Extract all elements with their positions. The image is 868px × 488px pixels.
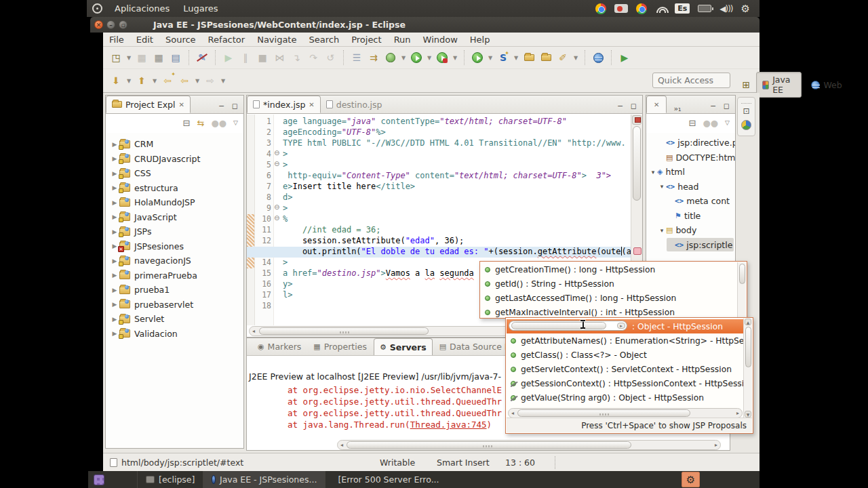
outline-item-html[interactable]: ▾◈html — [649, 165, 735, 179]
assist-item[interactable]: getAttributeNames() : Enumeration<String… — [507, 333, 743, 348]
expand-arrow-icon[interactable]: ▾ — [649, 169, 657, 176]
assist-item[interactable]: getId() : String - HttpSession — [481, 277, 737, 291]
fold-collapse-icon[interactable]: ⊖ — [274, 149, 282, 157]
stack-trace-line[interactable]: at org.eclipse.jetty.util.thread.QueuedT… — [288, 408, 502, 418]
outline-item-body[interactable]: ▾▤body — [658, 223, 735, 237]
back-dropdown-icon[interactable]: ▼ — [194, 78, 201, 84]
focus-icon[interactable]: ●● — [211, 118, 226, 128]
previous-annotation-icon[interactable]: ⬆ — [134, 73, 149, 88]
assist-item[interactable]: getLastAccessedTime() : long - HttpSessi… — [481, 291, 737, 305]
assist-hscroll-thumb[interactable] — [517, 409, 690, 417]
assist-back-scroll-thumb[interactable] — [739, 264, 745, 284]
expand-arrow-icon[interactable]: ▶ — [110, 301, 119, 308]
expand-arrow-icon[interactable]: ▾ — [658, 227, 666, 234]
window-maximize-button[interactable]: ▫ — [119, 20, 127, 29]
stack-trace-link[interactable]: Thread.java:745 — [410, 420, 487, 430]
expand-arrow-icon[interactable]: ▶ — [110, 287, 119, 293]
palette-view-icon[interactable] — [741, 120, 751, 130]
distributor-logo-icon[interactable] — [92, 3, 102, 14]
tree-item-pruebaservlet[interactable]: ▶pruebaservlet — [106, 298, 243, 312]
tree-item-jsps[interactable]: ▶JSPs — [106, 224, 243, 239]
code-line[interactable]: d> — [283, 192, 630, 203]
forward-dropdown-icon[interactable]: ▼ — [220, 78, 226, 84]
fold-collapse-icon[interactable]: ⊖ — [274, 160, 282, 167]
close-icon[interactable]: ✕ — [309, 101, 314, 108]
close-icon[interactable]: ✕ — [654, 101, 659, 108]
tree-item-crm[interactable]: ▶CRM — [106, 137, 243, 151]
code-line[interactable]: e>Insert title here</title> — [283, 182, 630, 192]
code-line[interactable]: out.println("El doble de tu edad es: "+(… — [283, 247, 630, 258]
save-icon[interactable]: ▦ — [134, 50, 149, 65]
expand-arrow-icon[interactable]: ▶ — [110, 184, 119, 191]
menu-help[interactable]: Help — [464, 35, 496, 45]
menu-navigate[interactable]: Navigate — [251, 35, 302, 45]
run-dropdown-icon[interactable]: ▼ — [426, 55, 433, 61]
overview-error-marker[interactable] — [635, 117, 641, 123]
fold-collapse-icon[interactable]: ⊖ — [274, 214, 282, 222]
outline-item-title[interactable]: ⚑title — [667, 209, 735, 223]
view-chevron-icon[interactable]: »₁ — [673, 104, 681, 113]
minimize-view-icon[interactable]: ─ — [711, 102, 715, 110]
code-line[interactable]: age language="java" contentType="text/ht… — [283, 117, 630, 127]
forward-icon[interactable]: ⇨ — [203, 73, 218, 88]
code-line[interactable]: > — [283, 149, 630, 160]
stop-icon[interactable]: ■ — [255, 50, 270, 65]
expand-arrow-icon[interactable]: ▶ — [110, 316, 119, 323]
step-return-icon[interactable]: ↺ — [323, 50, 338, 65]
assist-item[interactable]: getValue(String arg0) : Object - HttpSes… — [507, 390, 743, 405]
run-on-server-icon[interactable]: ▶ — [617, 50, 632, 65]
expand-arrow-icon[interactable]: ▶ — [110, 141, 119, 148]
code-line[interactable]: session.setAttribute("edad", 36); — [283, 236, 630, 247]
external-tools-icon[interactable] — [470, 50, 485, 65]
code-line[interactable]: http-equiv="Content-Type" content="text/… — [283, 171, 630, 182]
back-popup-scrollbar[interactable]: ▸ — [509, 321, 627, 331]
taskbar-eclipse-launcher-icon[interactable]: ⚙ — [682, 472, 700, 487]
outline-item-jspdirectivep[interactable]: <>jsp:directive.p — [658, 136, 735, 150]
tree-item-primeraprueba[interactable]: ▶primeraPrueba — [106, 268, 243, 283]
scroll-up-icon[interactable]: ▲ — [745, 319, 751, 325]
perspective-web[interactable]: Web — [806, 78, 847, 92]
link-with-editor-icon[interactable]: ⇆ — [197, 118, 204, 128]
new-servlet-icon[interactable]: S — [496, 50, 511, 65]
scroll-thumb[interactable] — [511, 322, 606, 329]
expand-arrow-icon[interactable]: ▾ — [658, 183, 666, 190]
menu-project[interactable]: Project — [345, 35, 387, 45]
menu-refactor[interactable]: Refactor — [202, 35, 252, 45]
use-step-filters-icon[interactable]: ⇉ — [366, 50, 381, 65]
collapse-all-icon[interactable]: ⊟ — [183, 118, 191, 128]
view-menu-icon[interactable]: ▽ — [233, 119, 238, 126]
console-hscroll-thumb[interactable] — [347, 441, 631, 449]
keyboard-layout-indicator[interactable]: Es — [675, 3, 690, 14]
perspective-java-ee[interactable]: Java EE — [756, 72, 802, 98]
tree-item-css[interactable]: ▶CSS — [106, 166, 243, 180]
editor-tab-index.jsp[interactable]: *index.jsp✕ — [247, 96, 321, 113]
last-edit-location-icon[interactable]: ⇦ — [160, 73, 175, 88]
show-console-icon[interactable]: ☰ — [349, 50, 364, 65]
expand-arrow-icon[interactable]: ▶ — [110, 199, 119, 206]
expand-arrow-icon[interactable]: ▶ — [110, 330, 119, 337]
export-folder-icon[interactable] — [538, 50, 553, 65]
window-minimize-button[interactable]: – — [106, 20, 115, 29]
menu-edit[interactable]: Edit — [130, 35, 159, 45]
outline-item-jspscriptle[interactable]: <>jsp:scriptle — [667, 238, 735, 252]
menu-file[interactable]: File — [103, 35, 130, 45]
overview-occurrence-marker[interactable] — [633, 247, 642, 255]
code-line[interactable]: > — [283, 160, 630, 171]
close-icon[interactable]: ✕ — [178, 101, 184, 108]
new-wizard-icon[interactable]: ◳ — [108, 50, 123, 65]
screen-recorder-icon[interactable] — [614, 4, 628, 13]
assist-scrollbar[interactable]: ▲ ▼ — [743, 319, 752, 418]
expand-arrow-icon[interactable]: ▶ — [110, 272, 119, 279]
skip-all-breakpoints-icon[interactable]: ✎ — [195, 50, 210, 65]
back-icon[interactable]: ⇦ — [177, 73, 192, 88]
stack-trace-line[interactable]: at java.lang.Thread.run(Thread.java:745) — [288, 420, 492, 430]
assist-item[interactable]: getMaxInactiveInterval() : int - HttpSes… — [481, 305, 737, 319]
volume-icon[interactable]: ◀))) — [719, 4, 732, 14]
assist-horizontal-scrollbar[interactable]: ◂ ▸ — [508, 408, 743, 418]
tab-servers[interactable]: ⚙Servers — [374, 338, 433, 355]
chrome-icon[interactable] — [595, 3, 606, 14]
session-gear-icon[interactable]: ⚙ — [741, 3, 750, 15]
sort-icon[interactable]: ●● — [703, 118, 718, 128]
minimize-view-icon[interactable]: ─ — [219, 102, 224, 110]
menu-aplicaciones[interactable]: Aplicaciones — [108, 0, 176, 17]
